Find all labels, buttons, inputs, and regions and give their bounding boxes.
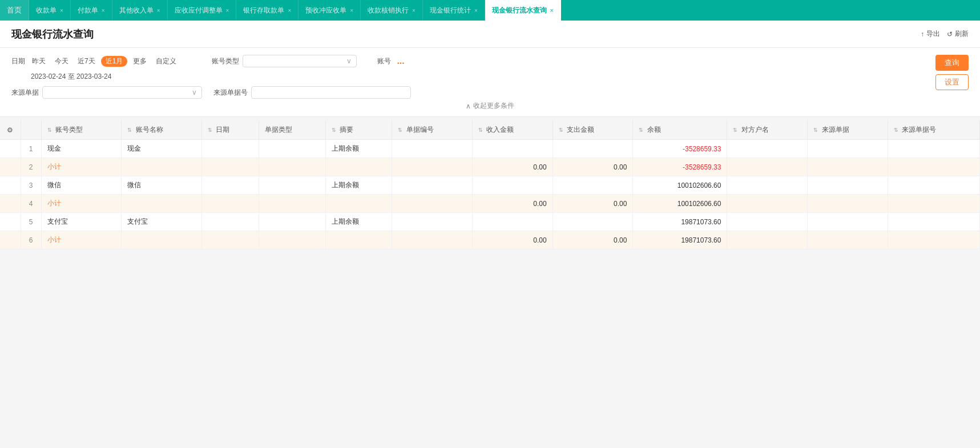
date-btn-today[interactable]: 今天	[51, 56, 72, 67]
date-btn-custom[interactable]: 自定义	[152, 56, 180, 67]
nav-tab-advance-receipt-close[interactable]: ×	[350, 7, 353, 14]
sort-icon-balance: ⇅	[639, 127, 643, 133]
date-btn-7days[interactable]: 近7天	[74, 56, 99, 67]
nav-tab-cash-bank-stat-close[interactable]: ×	[474, 7, 478, 14]
row-account-name: 微信	[122, 176, 202, 195]
nav-tab-receipt-verify[interactable]: 收款核销执行 ×	[361, 0, 423, 21]
row-number: 6	[21, 231, 41, 249]
row-account-name	[122, 158, 202, 176]
row-expense	[552, 140, 633, 158]
col-source-doc-num[interactable]: ⇅ 来源单据号	[888, 120, 979, 140]
row-number: 1	[21, 140, 41, 158]
row-date	[201, 158, 259, 176]
nav-tab-receipt[interactable]: 收款单 ×	[29, 0, 71, 21]
collapse-label: 收起更多条件	[473, 101, 514, 111]
nav-tab-cash-bank-stat[interactable]: 现金银行统计 ×	[423, 0, 485, 21]
sort-icon-source-doc-num: ⇅	[894, 127, 898, 133]
settings-button[interactable]: 设置	[935, 74, 969, 90]
date-btn-more[interactable]: 更多	[130, 56, 150, 67]
nav-tab-payment-close[interactable]: ×	[102, 7, 105, 14]
source-doc-chevron-icon: ∨	[192, 88, 197, 96]
row-source-doc-num	[888, 176, 979, 195]
row-balance: -3528659.33	[633, 158, 727, 176]
nav-tab-payment[interactable]: 付款单 ×	[71, 0, 112, 21]
source-doc-select[interactable]: ∨	[42, 86, 202, 99]
nav-tab-cash-bank-flow-close[interactable]: ×	[550, 7, 554, 14]
nav-tab-receipt-label: 收款单	[36, 6, 57, 15]
col-account-type[interactable]: ⇅ 账号类型	[41, 120, 122, 140]
refresh-button[interactable]: ↺ 刷新	[947, 29, 969, 39]
row-account-type: 现金	[41, 140, 122, 158]
nav-tab-bank-deposit-label: 银行存取款单	[243, 6, 284, 15]
date-btn-yesterday[interactable]: 昨天	[29, 56, 49, 67]
chevron-down-icon: ∨	[346, 57, 352, 65]
collapse-bar[interactable]: ∧ 收起更多条件	[11, 99, 969, 112]
row-income	[472, 213, 552, 231]
date-btn-1month[interactable]: 近1月	[101, 56, 128, 67]
col-income[interactable]: ⇅ 收入金额	[472, 120, 552, 140]
row-date	[201, 213, 259, 231]
row-doc-type	[259, 176, 326, 195]
row-expense: 0.00	[552, 231, 633, 249]
refresh-icon: ↺	[947, 30, 953, 38]
col-source-doc[interactable]: ⇅ 来源单据	[808, 120, 888, 140]
table-row: 6小计0.000.0019871073.60	[0, 231, 980, 249]
row-doc-type	[259, 158, 326, 176]
row-balance: 100102606.60	[633, 176, 727, 195]
refresh-label: 刷新	[955, 29, 969, 39]
nav-tab-advance-receipt[interactable]: 预收冲应收单 ×	[299, 0, 361, 21]
row-source-doc-num	[888, 195, 979, 213]
nav-tab-bank-deposit[interactable]: 银行存取款单 ×	[236, 0, 299, 21]
source-doc-num-filter-group: 来源单据号	[213, 86, 411, 99]
nav-tab-receipt-close[interactable]: ×	[60, 7, 63, 14]
col-expense[interactable]: ⇅ 支出金额	[552, 120, 633, 140]
row-income	[472, 140, 552, 158]
col-counterpart[interactable]: ⇅ 对方户名	[727, 120, 808, 140]
nav-tab-bank-deposit-close[interactable]: ×	[288, 7, 291, 14]
date-label: 日期	[11, 56, 25, 66]
sort-icon-date: ⇅	[208, 127, 212, 133]
row-account-name: 支付宝	[122, 213, 202, 231]
row-doc-type	[259, 213, 326, 231]
row-expense: 0.00	[552, 195, 633, 213]
col-gear[interactable]: ⚙	[0, 120, 21, 140]
export-button[interactable]: ↑ 导出	[921, 29, 940, 39]
row-income	[472, 176, 552, 195]
col-balance[interactable]: ⇅ 余额	[633, 120, 727, 140]
nav-tab-other-income-label: 其他收入单	[119, 6, 154, 15]
query-button[interactable]: 查询	[935, 55, 969, 71]
row-source-doc	[808, 195, 888, 213]
sort-icon-account-type: ⇅	[47, 127, 52, 133]
account-type-label: 账号类型	[212, 56, 239, 66]
row-account-type: 小计	[41, 231, 122, 249]
col-summary[interactable]: ⇅ 摘要	[325, 120, 392, 140]
row-doc-num	[392, 213, 473, 231]
col-date[interactable]: ⇅ 日期	[201, 120, 259, 140]
nav-tab-other-income[interactable]: 其他收入单 ×	[112, 0, 168, 21]
nav-tab-other-income-close[interactable]: ×	[157, 7, 160, 14]
row-counterpart	[727, 158, 808, 176]
row-summary	[325, 231, 392, 249]
row-doc-type	[259, 195, 326, 213]
nav-tab-cash-bank-flow[interactable]: 现金银行流水查询 ×	[485, 0, 561, 21]
row-account-type: 小计	[41, 195, 122, 213]
row-source-doc	[808, 158, 888, 176]
nav-tab-home[interactable]: 首页	[0, 0, 29, 21]
row-gear-cell	[0, 176, 21, 195]
row-balance: 19871073.60	[633, 213, 727, 231]
nav-tab-receipt-verify-close[interactable]: ×	[412, 7, 416, 14]
nav-tab-ar-ap-adjust-close[interactable]: ×	[226, 7, 229, 14]
col-doc-num[interactable]: ⇅ 单据编号	[392, 120, 473, 140]
row-source-doc	[808, 176, 888, 195]
account-dots-button[interactable]: ...	[394, 56, 406, 66]
nav-tab-ar-ap-adjust[interactable]: 应收应付调整单 ×	[168, 0, 237, 21]
source-doc-num-input[interactable]	[251, 86, 411, 99]
row-source-doc-num	[888, 140, 979, 158]
filter-left: 日期 昨天 今天 近7天 近1月 更多 自定义 账号类型 ∨	[11, 55, 926, 99]
filter-body: 日期 昨天 今天 近7天 近1月 更多 自定义 账号类型 ∨	[11, 55, 969, 99]
row-account-name: 现金	[122, 140, 202, 158]
account-type-select[interactable]: ∨	[243, 55, 357, 67]
date-options: 昨天 今天 近7天 近1月 更多 自定义	[29, 56, 180, 67]
row-income: 0.00	[472, 195, 552, 213]
col-account-name[interactable]: ⇅ 账号名称	[122, 120, 202, 140]
